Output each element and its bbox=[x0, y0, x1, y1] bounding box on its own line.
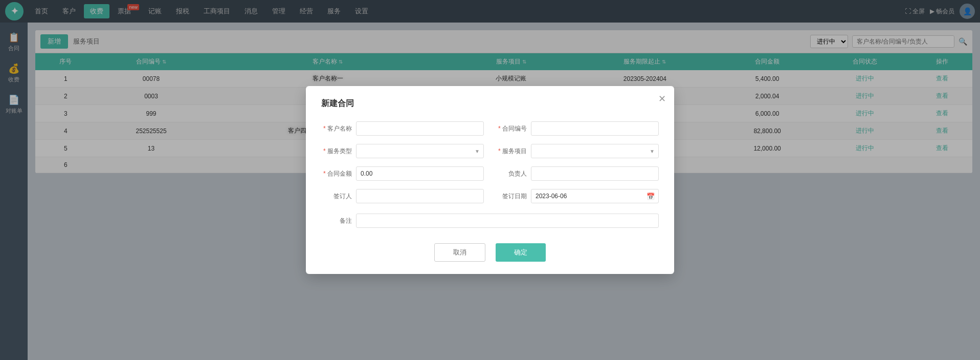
confirm-button[interactable]: 确定 bbox=[496, 243, 546, 262]
amount-label: 合同金额 bbox=[321, 170, 352, 178]
signer-input[interactable] bbox=[356, 189, 484, 203]
form-row-amount: 合同金额 bbox=[321, 166, 484, 181]
customer-name-label: 客户名称 bbox=[321, 124, 352, 133]
dialog-title: 新建合同 bbox=[321, 98, 659, 109]
sign-date-wrapper: 📅 bbox=[531, 189, 659, 203]
form-grid: 客户名称 合同编号 服务类型 ▼ bbox=[321, 121, 659, 203]
form-row-service-item: 服务项目 ▼ bbox=[496, 144, 659, 158]
cancel-button[interactable]: 取消 bbox=[434, 243, 485, 262]
amount-input[interactable] bbox=[356, 166, 484, 181]
sign-date-input[interactable] bbox=[531, 189, 659, 203]
responsible-label: 负责人 bbox=[496, 170, 527, 178]
service-type-select-wrapper: ▼ bbox=[356, 144, 484, 158]
form-row-responsible: 负责人 bbox=[496, 166, 659, 181]
content-area: 新增 服务项目 进行中 已终止 全部 🔍 序号 合同编号 bbox=[28, 23, 980, 360]
service-type-select[interactable] bbox=[356, 144, 484, 158]
form-row-contract-no: 合同编号 bbox=[496, 121, 659, 136]
service-type-label: 服务类型 bbox=[321, 147, 352, 156]
main-layout: 📋 合同 💰 收费 📄 对账单 新增 服务项目 进行中 已终止 全部 bbox=[0, 23, 980, 360]
customer-name-input[interactable] bbox=[356, 121, 484, 136]
form-row-sign-date: 签订日期 📅 bbox=[496, 189, 659, 203]
form-row-remark: 备注 bbox=[321, 214, 659, 228]
service-item-select[interactable] bbox=[531, 144, 659, 158]
signer-label: 签订人 bbox=[321, 192, 352, 201]
form-row-customer-name: 客户名称 bbox=[321, 121, 484, 136]
contract-no-label: 合同编号 bbox=[496, 124, 527, 133]
form-row-signer: 签订人 bbox=[321, 189, 484, 203]
dialog-footer: 取消 确定 bbox=[321, 243, 659, 262]
dialog-overlay: 新建合同 ✕ 客户名称 合同编号 服务类型 bbox=[28, 23, 980, 360]
service-item-label: 服务项目 bbox=[496, 147, 527, 156]
sign-date-label: 签订日期 bbox=[496, 192, 527, 201]
contract-no-input[interactable] bbox=[531, 121, 659, 136]
remark-label: 备注 bbox=[321, 217, 352, 225]
responsible-input[interactable] bbox=[531, 166, 659, 181]
form-row-service-type: 服务类型 ▼ bbox=[321, 144, 484, 158]
remark-input[interactable] bbox=[356, 214, 659, 228]
new-contract-dialog: 新建合同 ✕ 客户名称 合同编号 服务类型 bbox=[306, 86, 674, 274]
service-item-select-wrapper: ▼ bbox=[531, 144, 659, 158]
dialog-close-button[interactable]: ✕ bbox=[658, 93, 666, 104]
